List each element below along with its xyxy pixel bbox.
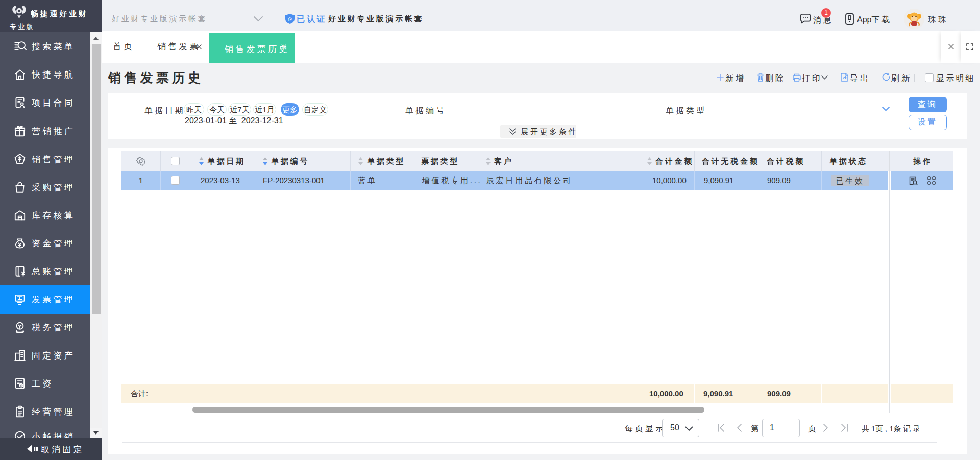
- svg-text:企: 企: [287, 16, 292, 22]
